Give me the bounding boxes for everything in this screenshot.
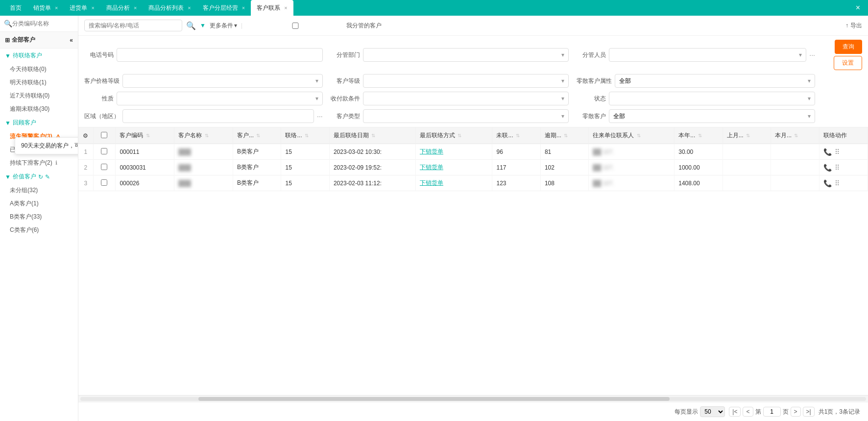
- select-all-checkbox[interactable]: [101, 132, 107, 138]
- sidebar-item-class-c[interactable]: C类客户(6): [0, 223, 78, 237]
- col-contact[interactable]: 联络... ⇅: [281, 127, 329, 144]
- sidebar-item-tomorrow[interactable]: 明天待联络(1): [0, 76, 78, 89]
- nav-customer-tier[interactable]: 客户分层经营 ×: [197, 0, 251, 16]
- horizontal-scrollbar[interactable]: [78, 395, 868, 402]
- cell-code: 000011: [116, 144, 174, 160]
- prev-page-button[interactable]: <: [743, 407, 753, 417]
- nav-customer-contact[interactable]: 客户联系 ×: [251, 0, 293, 16]
- more-action-icon[interactable]: ⠿: [835, 179, 840, 187]
- contact-action-icon[interactable]: 📞: [823, 148, 832, 156]
- sidebar-item-class-b[interactable]: B类客户(33): [0, 210, 78, 223]
- status-select[interactable]: ▾: [609, 92, 815, 105]
- sidebar-item-overdue-contact[interactable]: 逾期未联络(30): [0, 102, 78, 116]
- manager-more-icon[interactable]: ···: [809, 51, 815, 59]
- my-customers-checkbox-label[interactable]: 我分管的客户: [246, 22, 382, 30]
- scroll-track[interactable]: [80, 397, 866, 401]
- manager-select[interactable]: ▾: [609, 48, 806, 62]
- search-input[interactable]: [84, 20, 182, 31]
- cell-last-method[interactable]: 下销货单: [415, 175, 492, 191]
- search-button[interactable]: 🔍: [186, 21, 196, 30]
- close-sales-tab[interactable]: ×: [55, 0, 58, 16]
- sidebar-search-input[interactable]: [12, 20, 78, 27]
- last-method-link[interactable]: 下销货单: [420, 164, 443, 171]
- col-code[interactable]: 客户编码 ⇅: [116, 127, 174, 144]
- contact-action-icon[interactable]: 📞: [823, 164, 832, 172]
- close-analysis-tab[interactable]: ×: [134, 0, 137, 16]
- sidebar-collapse-icon[interactable]: «: [70, 37, 73, 44]
- more-conditions-button[interactable]: 更多条件 ▾: [210, 22, 237, 30]
- phone-input[interactable]: [117, 48, 323, 62]
- sidebar-item-class-a[interactable]: A类客户(1): [0, 197, 78, 210]
- close-customer-contact-tab[interactable]: ×: [284, 0, 287, 16]
- col-last-method[interactable]: 最后联络方式 ⇅: [415, 127, 492, 144]
- export-button[interactable]: ↑ 导出: [845, 22, 862, 30]
- scroll-thumb[interactable]: [198, 397, 670, 401]
- nav-sales[interactable]: 销货单 ×: [27, 0, 64, 16]
- cell-checkbox[interactable]: [93, 144, 116, 160]
- scattered-select[interactable]: 全部 ▾: [609, 109, 815, 123]
- nav-home[interactable]: 首页: [4, 0, 27, 16]
- sidebar-section-review[interactable]: ▼ 回顾客户: [0, 116, 78, 130]
- col-contact-person[interactable]: 往来单位联系人 ⇅: [589, 127, 675, 144]
- settings-col-icon[interactable]: ⚙: [83, 132, 88, 139]
- sidebar-item-today[interactable]: 今天待联络(0): [0, 63, 78, 76]
- col-type[interactable]: 客户... ⇅: [233, 127, 281, 144]
- last-page-button[interactable]: >|: [803, 407, 815, 417]
- filter-panel: 电话号码 分管部门 ▾ 分管人员 ▾ ···: [78, 36, 868, 127]
- row-checkbox[interactable]: [101, 164, 107, 170]
- nature-select[interactable]: ▾: [117, 92, 323, 105]
- row-checkbox[interactable]: [101, 148, 107, 154]
- dept-select[interactable]: ▾: [363, 48, 569, 62]
- nav-analysis-list[interactable]: 商品分析列表 ×: [143, 0, 196, 16]
- sidebar-section-pending[interactable]: ▼ 待联络客户: [0, 49, 78, 63]
- col-this-year[interactable]: 本年... ⇅: [675, 127, 723, 144]
- customer-tier-select[interactable]: ▾: [363, 74, 569, 88]
- col-settings[interactable]: ⚙: [78, 127, 93, 144]
- sidebar-all-customers[interactable]: ⊞ 全部客户 «: [0, 32, 78, 49]
- cell-checkbox[interactable]: [93, 160, 116, 175]
- region-select[interactable]: [122, 109, 314, 123]
- next-page-button[interactable]: >: [791, 407, 801, 417]
- col-checkbox[interactable]: [93, 127, 116, 144]
- last-method-link[interactable]: 下销货单: [420, 148, 443, 155]
- price-tier-select[interactable]: ▾: [122, 74, 323, 88]
- sidebar-section-value[interactable]: ▼ 价值客户 ↻ ✎: [0, 170, 78, 184]
- region-more-icon[interactable]: ···: [317, 112, 323, 120]
- close-purchase-tab[interactable]: ×: [91, 0, 94, 16]
- sidebar-item-declining[interactable]: 持续下滑客户(2) ℹ: [0, 156, 78, 170]
- settings-button[interactable]: 设置: [834, 56, 862, 70]
- col-overdue[interactable]: 逾期... ⇅: [540, 127, 588, 144]
- cell-last-method[interactable]: 下销货单: [415, 160, 492, 175]
- close-window-button[interactable]: ×: [852, 3, 864, 12]
- query-button[interactable]: 查询: [835, 40, 862, 54]
- more-action-icon[interactable]: ⠿: [835, 148, 840, 156]
- col-name[interactable]: 客户名称 ⇅: [174, 127, 233, 144]
- my-customers-checkbox[interactable]: [246, 23, 344, 29]
- first-page-button[interactable]: |<: [729, 407, 741, 417]
- nav-analysis[interactable]: 商品分析 ×: [100, 0, 143, 16]
- nav-purchase[interactable]: 进货单 ×: [64, 0, 100, 16]
- col-last-month[interactable]: 上月... ⇅: [723, 127, 771, 144]
- scattered-attr-select[interactable]: 全部 ▾: [615, 74, 815, 88]
- close-customer-tier-tab[interactable]: ×: [242, 0, 245, 16]
- customer-type-select[interactable]: ▾: [363, 109, 569, 123]
- cell-last-date: 2023-02-09 19:52:: [329, 160, 415, 175]
- last-method-link[interactable]: 下销货单: [420, 179, 443, 186]
- payment-select[interactable]: ▾: [363, 92, 569, 105]
- col-uncontacted[interactable]: 未联... ⇅: [492, 127, 540, 144]
- refresh-icon[interactable]: ↻: [38, 173, 43, 180]
- col-this-month[interactable]: 本月... ⇅: [771, 127, 819, 144]
- row-checkbox[interactable]: [101, 179, 107, 186]
- close-analysis-list-tab[interactable]: ×: [188, 0, 191, 16]
- page-number-input[interactable]: [763, 407, 781, 417]
- more-action-icon[interactable]: ⠿: [835, 164, 840, 172]
- cell-checkbox[interactable]: [93, 175, 116, 191]
- sidebar-item-7days[interactable]: 近7天待联络(0): [0, 89, 78, 102]
- sidebar-item-ungrouped[interactable]: 未分组(32): [0, 184, 78, 197]
- contact-action-icon[interactable]: 📞: [823, 179, 832, 187]
- per-page-select[interactable]: 50 100 200: [700, 406, 725, 417]
- col-last-date[interactable]: 最后联络日期 ⇅: [329, 127, 415, 144]
- edit-icon[interactable]: ✎: [45, 173, 50, 180]
- cell-last-method[interactable]: 下销货单: [415, 144, 492, 160]
- cell-overdue: 102: [540, 160, 588, 175]
